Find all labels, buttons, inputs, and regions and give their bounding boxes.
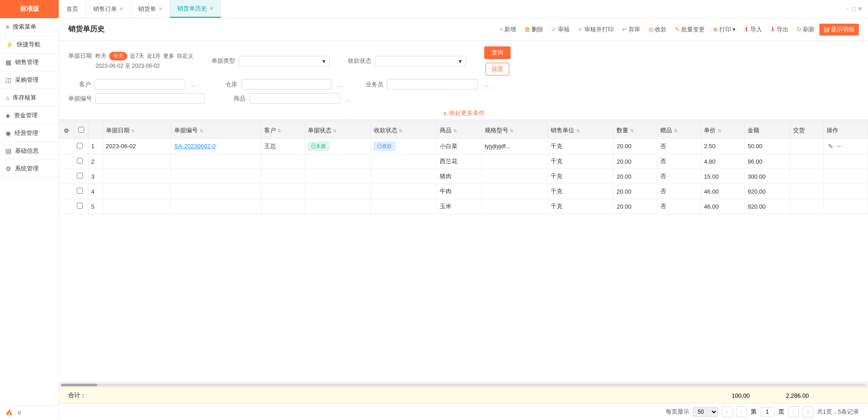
th-qty[interactable]: 数量 ⇅ — [614, 123, 657, 139]
collapse-button[interactable]: ∧ 收起更多条件 — [68, 107, 859, 119]
query-button[interactable]: 查询 — [484, 46, 511, 59]
th-doc-status[interactable]: 单据状态 ⇅ — [305, 123, 371, 139]
print-button[interactable]: ⊕ 打印 ▾ — [709, 24, 739, 35]
warehouse-input[interactable] — [241, 79, 332, 90]
refresh-button[interactable]: ↻ 刷新 — [793, 24, 818, 35]
page-number-input[interactable]: 1 — [760, 407, 775, 416]
delete-button[interactable]: 🗑 删除 — [521, 24, 547, 35]
th-checkbox[interactable] — [74, 123, 88, 139]
th-unit[interactable]: 销售单位 ⇅ — [547, 123, 613, 139]
select-all-checkbox[interactable] — [78, 127, 84, 133]
sidebar-item-sales-mgmt[interactable]: ▦ 销售管理 — [0, 54, 59, 71]
abandon-button[interactable]: ↩ 弃审 — [618, 24, 644, 35]
sort-doc-status-icon[interactable]: ⇅ — [333, 128, 336, 133]
th-date[interactable]: 单据日期 ⇅ — [103, 123, 171, 139]
sort-price-icon[interactable]: ⇅ — [717, 128, 721, 133]
row-checkbox[interactable] — [77, 203, 83, 209]
warehouse-ellipsis[interactable]: ... — [337, 81, 343, 88]
salesperson-ellipsis[interactable]: ... — [483, 81, 489, 88]
show-detail-button[interactable]: ▤ 显示明细 — [819, 24, 859, 35]
customer-ellipsis[interactable]: ... — [191, 81, 196, 88]
fire-icon[interactable]: 🔥 — [5, 410, 13, 416]
date-opt-7days[interactable]: 近7天 — [130, 52, 144, 60]
date-opt-yesterday[interactable]: 昨天 — [95, 52, 106, 60]
td-settings[interactable] — [59, 199, 74, 214]
td-settings[interactable] — [59, 139, 74, 154]
customer-input[interactable] — [95, 79, 186, 90]
audit-print-button[interactable]: ✓ 审核并打印 — [574, 24, 617, 35]
th-doc-no[interactable]: 单据编号 ⇅ — [171, 123, 261, 139]
th-customer[interactable]: 客户 ⇅ — [261, 123, 305, 139]
th-settings[interactable]: ⚙ — [59, 123, 74, 139]
tab-sales-goods-close[interactable]: ✕ — [159, 6, 162, 11]
tab-sales-order[interactable]: 销售订单 ✕ — [86, 0, 131, 18]
doc-type-select[interactable]: ▾ — [239, 56, 330, 66]
sidebar-item-capital-mgmt[interactable]: ◈ 资金管理 — [0, 107, 59, 125]
window-close-icon[interactable]: ✕ — [858, 5, 863, 12]
edit-icon[interactable]: ✎ — [828, 143, 833, 150]
date-opt-today[interactable]: 今天 — [109, 52, 127, 60]
export-button[interactable]: ⬇ 导出 — [767, 24, 792, 35]
sort-qty-icon[interactable]: ⇅ — [630, 128, 634, 133]
import-button[interactable]: ⬆ 导入 — [740, 24, 766, 35]
audit-button[interactable]: ✓ 审核 — [548, 24, 573, 35]
goods-ellipsis[interactable]: ... — [346, 95, 351, 102]
sidebar-item-inventory[interactable]: ⌂ 库存核算 — [0, 89, 59, 107]
date-opt-custom[interactable]: 自定义 — [177, 52, 193, 60]
table-container[interactable]: ⚙ 单据日期 ⇅ 单据编号 ⇅ — [59, 123, 868, 382]
batch-change-button[interactable]: ✎ 批量变更 — [671, 24, 708, 35]
pause-icon[interactable]: ⏸ — [16, 410, 22, 416]
window-maximize-icon[interactable]: □ — [852, 5, 856, 12]
th-gift[interactable]: 赠品 ⇅ — [657, 123, 701, 139]
sidebar-item-search-menu[interactable]: ≡ 搜索菜单 — [0, 18, 59, 36]
td-settings[interactable] — [59, 169, 74, 184]
tab-sales-history-close[interactable]: ✕ — [210, 6, 213, 11]
sidebar-item-system-mgmt[interactable]: ⚙ 系统管理 — [0, 160, 59, 178]
td-settings[interactable] — [59, 154, 74, 169]
add-button[interactable]: + 新增 — [496, 24, 520, 35]
tab-sales-history[interactable]: 销货单历史 ✕ — [170, 0, 221, 18]
td-settings[interactable] — [59, 184, 74, 199]
sort-spec-icon[interactable]: ⇅ — [510, 128, 513, 133]
row-checkbox[interactable] — [77, 188, 83, 194]
goods-input[interactable] — [249, 93, 340, 104]
date-opt-more[interactable]: 更多 — [163, 52, 174, 60]
th-goods[interactable]: 商品 ⇅ — [437, 123, 482, 139]
sidebar-item-operation-mgmt[interactable]: ◉ 经营管理 — [0, 125, 59, 142]
th-spec[interactable]: 规格型号 ⇅ — [482, 123, 547, 139]
window-minimize-icon[interactable]: － — [844, 5, 850, 13]
sort-date-icon[interactable]: ⇅ — [131, 128, 135, 133]
collect-status-select[interactable]: ▾ — [375, 56, 466, 66]
sort-customer-icon[interactable]: ⇅ — [277, 128, 281, 133]
doc-no-input[interactable] — [95, 93, 205, 104]
date-opt-1month[interactable]: 近1月 — [147, 52, 161, 60]
doc-no-link[interactable]: SA-20230602-0 — [174, 143, 216, 150]
tab-home[interactable]: 首页 — [59, 0, 86, 18]
th-price[interactable]: 单价 ⇅ — [701, 123, 745, 139]
setup-button[interactable]: 设置 — [486, 63, 509, 75]
scrollbar-thumb[interactable] — [61, 384, 97, 386]
row-checkbox[interactable] — [77, 158, 83, 164]
row-checkbox[interactable] — [77, 143, 83, 149]
th-collect-status[interactable]: 收款状态 ⇅ — [371, 123, 437, 139]
sidebar-item-basic-info[interactable]: ▤ 基础信息 — [0, 142, 59, 160]
sort-goods-icon[interactable]: ⇅ — [453, 128, 457, 133]
last-page-button[interactable]: » — [803, 406, 813, 417]
collect-button[interactable]: ◎ 收款 — [645, 24, 670, 35]
next-page-button[interactable]: › — [788, 406, 799, 417]
row-checkbox[interactable] — [77, 173, 83, 179]
page-size-select[interactable]: 50 100 200 — [693, 407, 718, 417]
sort-unit-icon[interactable]: ⇅ — [576, 128, 580, 133]
more-icon[interactable]: ⋯ — [836, 143, 843, 150]
sort-collect-status-icon[interactable]: ⇅ — [399, 128, 402, 133]
prev-page-button[interactable]: ‹ — [736, 406, 747, 417]
first-page-button[interactable]: « — [722, 406, 733, 417]
horizontal-scrollbar[interactable] — [59, 382, 868, 387]
tab-sales-goods[interactable]: 销货单 ✕ — [131, 0, 170, 18]
sort-gift-icon[interactable]: ⇅ — [674, 128, 677, 133]
tab-sales-order-close[interactable]: ✕ — [120, 6, 123, 11]
salesperson-input[interactable] — [387, 79, 478, 90]
settings-icon[interactable]: ⚙ — [64, 127, 69, 134]
sidebar-item-purchase-mgmt[interactable]: ◫ 采购管理 — [0, 71, 59, 89]
sort-doc-no-icon[interactable]: ⇅ — [200, 128, 203, 133]
